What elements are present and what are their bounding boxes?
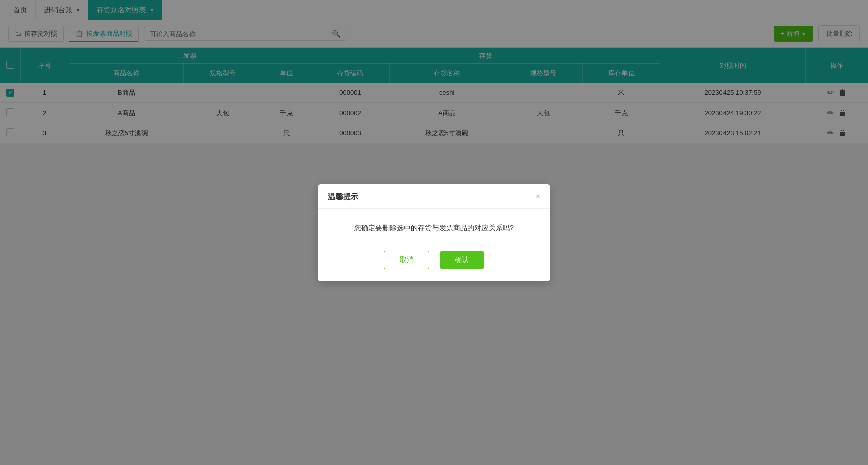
modal-overlay: 温馨提示 × 您确定要删除选中的存货与发票商品的对应关系吗? 取消 确认 <box>0 0 868 143</box>
